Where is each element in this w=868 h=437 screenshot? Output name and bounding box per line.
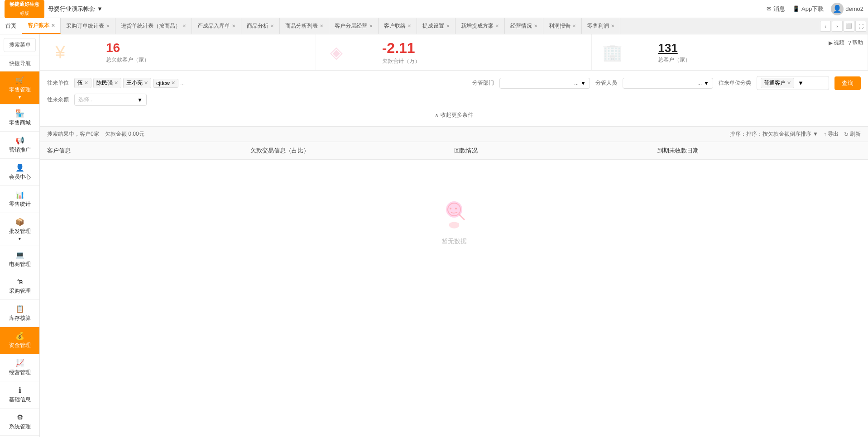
filter-row-1: 往来单位 伍 ✕ 陈民强 ✕ 王小亮 ✕ cjttcw [47, 76, 861, 90]
table-container: 客户信息 欠款交易信息（占比） 回款情况 到期未收款日期 [40, 142, 868, 437]
sidebar-item-ecommerce[interactable]: 💻 电商管理 [0, 246, 39, 273]
tab-fullscreen-btn[interactable]: ⛶ [855, 21, 866, 32]
sidebar-item-batch-mgmt[interactable]: 📦 批发管理 ▼ [0, 213, 39, 246]
remove-tag-wang-btn[interactable]: ✕ [144, 80, 148, 86]
filter-more-dots-dept: ... [574, 80, 579, 86]
sidebar-quick-nav[interactable]: 快捷导航 [0, 56, 39, 71]
unit-class-filter[interactable]: 普通客户 ✕ ▼ [757, 76, 829, 90]
sidebar-item-label: 批发管理 [9, 228, 31, 235]
stat-label-1: 总欠款客户（家） [106, 56, 149, 64]
system-icon: ⚙ [17, 413, 23, 422]
app-download-btn[interactable]: 📱 App下载 [792, 5, 824, 13]
tab-purchase-stats[interactable]: 进货单统计表（按商品） ✕ [115, 18, 192, 34]
tab-add-commission[interactable]: 新增提成方案 ✕ [456, 18, 505, 34]
tab-close-icon[interactable]: ✕ [51, 23, 55, 28]
tab-close-icon[interactable]: ✕ [270, 24, 274, 28]
chevron-down-icon: ▼ [798, 80, 804, 86]
tab-prev-btn[interactable]: ‹ [820, 21, 831, 32]
download-icon: 📱 [792, 5, 800, 12]
tab-next-btn[interactable]: › [832, 21, 843, 32]
tab-product-instock[interactable]: 产成品入库单 ✕ [192, 18, 241, 34]
tab-account-book[interactable]: 客户账本 ✕ [22, 18, 61, 34]
sidebar-item-operations[interactable]: 📈 经营管理 [0, 354, 39, 381]
person-dropdown[interactable]: ... ▼ [623, 78, 713, 89]
user-name: demo2 [845, 5, 863, 12]
remove-tag-chen-btn[interactable]: ✕ [114, 80, 118, 86]
collapse-filters-btn[interactable]: ∧ 收起更多条件 [47, 109, 861, 121]
sidebar-item-inventory[interactable]: 📋 库存核算 [0, 300, 39, 327]
tab-close-icon[interactable]: ✕ [495, 24, 499, 28]
filter-more-btn[interactable]: ... [180, 80, 185, 86]
tab-expand-btn[interactable]: ⬜ [844, 21, 854, 32]
stat-item-customers: ¥ 16 总欠款客户（家） [40, 34, 316, 70]
filter-area: 往来单位 伍 ✕ 陈民强 ✕ 王小亮 ✕ cjttcw [40, 71, 868, 127]
tab-goods-analysis[interactable]: 商品分析 ✕ [241, 18, 280, 34]
empty-state: 暂无数据 [40, 160, 868, 282]
logo: 畅捷通好生意 标版 [5, 0, 44, 18]
tab-close-icon[interactable]: ✕ [408, 24, 411, 28]
search-btn[interactable]: 查询 [834, 76, 861, 90]
tab-retail-profit[interactable]: 零售利润 ✕ [582, 18, 620, 34]
sidebar-item-label: 基础信息 [9, 396, 31, 404]
sidebar-item-member[interactable]: 👤 会员中心 [0, 159, 39, 186]
top-bar-left: 畅捷通好生意 标版 母婴行业演示帐套 ▼ [5, 0, 103, 18]
stat-item-total-customers: 🏢 131 总客户（家） ▶ 视频 ? 帮助 [592, 34, 868, 70]
stat-values-3: 131 总客户（家） [658, 41, 691, 64]
inventory-icon: 📋 [15, 304, 24, 313]
sidebar-item-basic-info[interactable]: ℹ 基础信息 [0, 381, 39, 408]
remove-tag-cjttcw-btn[interactable]: ✕ [171, 80, 175, 86]
tab-close-icon[interactable]: ✕ [369, 24, 373, 28]
retail-profit-tab-label: 零售利润 [587, 22, 609, 30]
unit-class-label: 往来单位分类 [719, 79, 751, 87]
member-icon: 👤 [15, 163, 24, 172]
sidebar-item-retail-mall[interactable]: 🏪 零售商城 [0, 104, 39, 132]
tab-close-icon[interactable]: ✕ [182, 24, 186, 28]
svg-point-4 [455, 208, 457, 209]
tab-close-icon[interactable]: ✕ [320, 24, 323, 28]
export-btn[interactable]: ↑ 导出 [824, 130, 839, 138]
sidebar-item-label: 库存核算 [9, 314, 31, 322]
marketing-icon: 📢 [15, 136, 24, 145]
tab-close-icon[interactable]: ✕ [446, 24, 450, 28]
user-menu[interactable]: 👤 demo2 [831, 3, 863, 15]
sidebar-item-label: 资金管理 [9, 342, 31, 349]
sidebar-item-marketing[interactable]: 📢 营销推广 [0, 132, 39, 159]
help-btn[interactable]: ? 帮助 [848, 39, 863, 47]
result-bar-actions: 排序：排序：按欠款金额倒序排序 ▼ ↑ 导出 ↻ 刷新 [730, 130, 861, 138]
sidebar-item-retail-mgmt[interactable]: 🛒 零售管理 ▼ [0, 71, 39, 104]
tab-profit-report[interactable]: 利润报告 ✕ [543, 18, 582, 34]
video-btn[interactable]: ▶ 视频 [829, 39, 844, 47]
tab-purchase-order[interactable]: 采购订单统计表 ✕ [61, 18, 115, 34]
dept-dropdown[interactable]: ... ▼ [499, 78, 590, 89]
tab-close-icon[interactable]: ✕ [534, 24, 537, 28]
stats-bar: ¥ 16 总欠款客户（家） ◈ -2.11 欠款合计（万） 🏢 131 总客户（… [40, 34, 868, 71]
remove-tag-wu-btn[interactable]: ✕ [84, 80, 88, 86]
remove-tag-normal-customer-btn[interactable]: ✕ [787, 80, 791, 86]
balance-dropdown[interactable]: 选择... ▼ [74, 94, 147, 106]
tab-close-icon[interactable]: ✕ [611, 24, 614, 28]
sidebar-item-system[interactable]: ⚙ 系统管理 [0, 408, 39, 436]
tab-business-status[interactable]: 经营情况 ✕ [505, 18, 543, 34]
tab-close-icon[interactable]: ✕ [106, 24, 110, 28]
sidebar-item-label: 会员中心 [9, 173, 31, 181]
refresh-icon: ↻ [844, 131, 849, 138]
search-menu-btn[interactable]: 搜索菜单 [4, 38, 36, 52]
tab-customer-contact[interactable]: 客户联络 ✕ [379, 18, 417, 34]
chevron-down-icon: ▼ [97, 5, 103, 12]
tab-home[interactable]: 首页 [0, 18, 22, 34]
sidebar-item-label: 零售管理 [9, 86, 31, 94]
tab-close-icon[interactable]: ✕ [232, 24, 235, 28]
sidebar-item-retail-stats[interactable]: 📊 零售统计 [0, 186, 39, 213]
product-instock-tab-label: 产成品入库单 [197, 22, 230, 30]
account-selector[interactable]: 母婴行业演示帐套 ▼ [48, 5, 103, 13]
message-btn[interactable]: ✉ 消息 [767, 5, 785, 13]
tab-customer-layer[interactable]: 客户分层经营 ✕ [329, 18, 379, 34]
tab-commission-setting[interactable]: 提成设置 ✕ [417, 18, 456, 34]
sidebar-item-finance[interactable]: 💰 资金管理 [0, 327, 39, 354]
refresh-btn[interactable]: ↻ 刷新 [844, 130, 861, 138]
batch-mgmt-icon: 📦 [15, 218, 24, 226]
tab-close-icon[interactable]: ✕ [572, 24, 576, 28]
help-icon: ? [848, 40, 851, 46]
sidebar-item-purchase[interactable]: 🛍 采购管理 [0, 273, 39, 300]
tab-goods-analysis-list[interactable]: 商品分析列表 ✕ [280, 18, 329, 34]
